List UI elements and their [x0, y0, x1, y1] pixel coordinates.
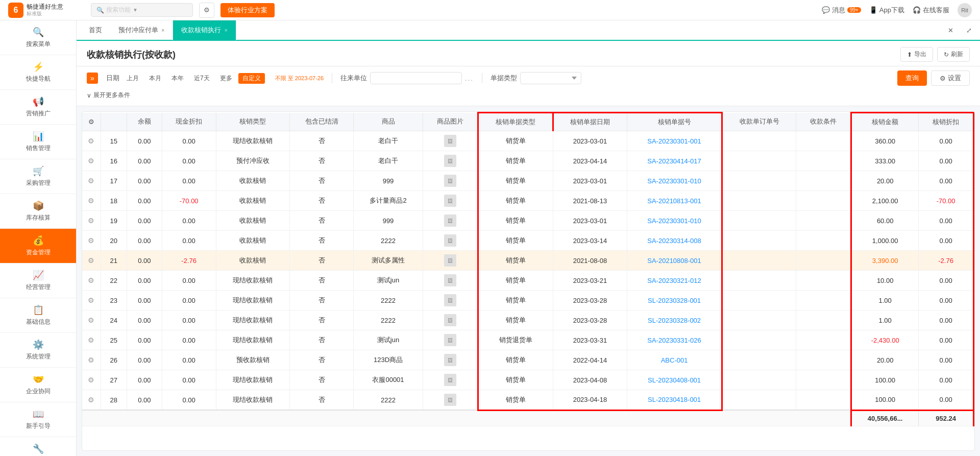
- tab-prepay-close[interactable]: ×: [161, 27, 164, 33]
- verify-no-link[interactable]: SA-20230301-010: [647, 217, 701, 225]
- td-verify-type: 现结收款核销: [216, 131, 289, 151]
- expand-more-btn[interactable]: ∨ 展开更多条件: [87, 89, 970, 102]
- sidebar-item-collab[interactable]: 🤝 企业协同: [0, 368, 76, 402]
- settings-icon-btn[interactable]: ⚙: [199, 3, 214, 18]
- verify-no-link[interactable]: SA-20230301-001: [647, 137, 701, 145]
- sidebar-item-operations[interactable]: 📈 经营管理: [0, 263, 76, 298]
- td-verify-no[interactable]: SL-20230328-002: [627, 310, 722, 330]
- th-verify-date: 核销单据日期: [553, 113, 627, 131]
- filter-date-this-month[interactable]: 本月: [145, 73, 165, 84]
- verify-no-link[interactable]: SA-20210808-001: [647, 257, 701, 265]
- td-receipt-condition: [796, 390, 851, 411]
- td-verify-no[interactable]: SA-20230321-012: [627, 271, 722, 291]
- td-balance: 0.00: [127, 151, 162, 171]
- td-verify-no[interactable]: SA-20230301-001: [627, 131, 722, 151]
- voucher-type-select[interactable]: [520, 72, 581, 84]
- td-verify-no[interactable]: SA-20230314-008: [627, 231, 722, 251]
- td-verify-no[interactable]: SL-20230408-001: [627, 370, 722, 390]
- verify-no-link[interactable]: SA-20210813-001: [647, 197, 701, 205]
- filter-date-more[interactable]: 更多: [216, 73, 236, 84]
- td-verify-no[interactable]: ABC-001: [627, 350, 722, 370]
- verify-no-link[interactable]: SL-20230328-001: [648, 297, 701, 304]
- table-wrapper: ⚙ 余额 现金折扣 核销类型 包含已结清 商品 商品图片 核销单据类型 核销单据…: [82, 111, 975, 451]
- table-row: ⚙ 24 0.00 0.00 现结收款核销 否 2222 🖼 销货单 2023-…: [82, 310, 974, 330]
- td-verify-discount: 0.00: [919, 310, 974, 330]
- td-verify-amount: 1.00: [851, 291, 919, 310]
- th-included-settled: 包含已结清: [289, 113, 353, 131]
- refresh-button[interactable]: ↻ 刷新: [937, 47, 970, 62]
- filter-date-this-year[interactable]: 本年: [167, 73, 188, 84]
- filter-expand-arrow[interactable]: »: [87, 73, 98, 84]
- filter-date-last-month[interactable]: 上月: [122, 73, 143, 84]
- online-support-btn[interactable]: 🎧 在线客服: [913, 6, 949, 15]
- td-verify-no[interactable]: SA-20230414-017: [627, 151, 722, 171]
- message-btn[interactable]: 💬 消息 99+: [822, 6, 861, 15]
- sidebar-item-marketing[interactable]: 📢 营销推广: [0, 90, 76, 125]
- tab-home[interactable]: 首页: [81, 20, 110, 40]
- td-verify-no[interactable]: SL-20230418-001: [627, 390, 722, 411]
- sidebar-item-inventory[interactable]: 📦 库存核算: [0, 194, 76, 229]
- tab-prepay[interactable]: 预付冲应付单 ×: [110, 20, 173, 40]
- verify-no-link[interactable]: SA-20230321-012: [647, 277, 701, 284]
- td-verify-no[interactable]: SA-20230301-010: [627, 211, 722, 231]
- tab-close-all-btn[interactable]: ✕: [943, 23, 958, 37]
- sidebar-item-label: 基础信息: [26, 318, 51, 326]
- sidebar-item-purchase[interactable]: 🛒 采购管理: [0, 159, 76, 194]
- td-verify-no[interactable]: SA-20230331-026: [627, 330, 722, 350]
- filter-voucher-type-item: 单据类型: [491, 72, 581, 84]
- sidebar-item-search[interactable]: 🔍 搜索菜单: [0, 20, 76, 55]
- td-receipt-condition: [796, 330, 851, 350]
- td-receipt-order-no: [722, 370, 796, 390]
- td-goods: 2222: [354, 310, 423, 330]
- verify-no-link[interactable]: SA-20230331-026: [647, 337, 701, 344]
- sidebar-item-sales[interactable]: 📊 销售管理: [0, 125, 76, 159]
- td-receipt-condition: [796, 131, 851, 151]
- verify-no-link[interactable]: SL-20230418-001: [648, 396, 701, 403]
- tab-receipt-verify[interactable]: 收款核销执行 ×: [173, 20, 236, 40]
- filter-date-7days[interactable]: 近7天: [190, 73, 214, 84]
- td-receipt-order-no: [722, 291, 796, 310]
- tab-receipt-verify-label: 收款核销执行: [181, 26, 221, 35]
- content-area: 首页 预付冲应付单 × 收款核销执行 × ✕ ⤢ 收款核销执行(按收款) ⬆: [77, 20, 980, 456]
- td-receipt-condition: [796, 171, 851, 191]
- settings-button[interactable]: ⚙ 设置: [931, 70, 970, 86]
- td-verify-date: 2023-03-01: [553, 171, 627, 191]
- td-cash-discount: 0.00: [162, 171, 216, 191]
- counterpart-input[interactable]: [370, 72, 462, 84]
- td-verify-no[interactable]: SL-20230328-001: [627, 291, 722, 310]
- verify-no-link[interactable]: SA-20230301-010: [647, 177, 701, 185]
- sidebar-item-hardware[interactable]: 🔧 智能硬件: [0, 437, 76, 456]
- sidebar-item-basic-info[interactable]: 📋 基础信息: [0, 298, 76, 333]
- table-row: ⚙ 18 0.00 -70.00 收款核销 否 多计量商品2 🖼 销货单 202…: [82, 191, 974, 211]
- verify-no-link[interactable]: SA-20230314-008: [647, 237, 701, 245]
- operations-icon: 📈: [33, 270, 44, 281]
- td-verify-no[interactable]: SA-20210808-001: [627, 251, 722, 271]
- export-button[interactable]: ⬆ 导出: [900, 47, 933, 62]
- td-verify-amount: 1,000.00: [851, 231, 919, 251]
- sidebar-item-system[interactable]: ⚙️ 系统管理: [0, 333, 76, 368]
- td-verify-no[interactable]: SA-20210813-001: [627, 191, 722, 211]
- td-included-settled: 否: [289, 291, 353, 310]
- td-verify-date: 2023-03-21: [553, 271, 627, 291]
- verify-no-link[interactable]: SA-20230414-017: [647, 157, 701, 165]
- verify-no-link[interactable]: SL-20230408-001: [648, 376, 701, 384]
- app-download-btn[interactable]: 📱 App下载: [869, 6, 904, 15]
- sidebar-item-quicknav[interactable]: ⚡ 快捷导航: [0, 55, 76, 90]
- td-gear: ⚙: [82, 171, 101, 191]
- settings-icon: ⚙: [940, 75, 946, 82]
- top-search-box[interactable]: 🔍 搜索功能 ▼: [91, 3, 193, 17]
- sidebar-item-guide[interactable]: 📖 新手引导: [0, 402, 76, 437]
- verify-no-link[interactable]: ABC-001: [661, 356, 688, 364]
- sidebar-item-label: 企业协同: [26, 387, 51, 396]
- td-verify-no[interactable]: SA-20230301-010: [627, 171, 722, 191]
- avatar[interactable]: Rit: [958, 3, 972, 17]
- verify-no-link[interactable]: SL-20230328-002: [648, 317, 701, 324]
- tab-restore-btn[interactable]: ⤢: [962, 23, 976, 37]
- goods-image: 🖼: [444, 155, 456, 167]
- td-verify-amount: 60.00: [851, 211, 919, 231]
- solution-button[interactable]: 体验行业方案: [220, 3, 275, 17]
- filter-date-custom-btn[interactable]: 自定义: [238, 73, 265, 84]
- tab-receipt-verify-close[interactable]: ×: [224, 27, 227, 33]
- sidebar-item-finance[interactable]: 💰 资金管理: [0, 229, 76, 263]
- query-button[interactable]: 查询: [897, 70, 927, 86]
